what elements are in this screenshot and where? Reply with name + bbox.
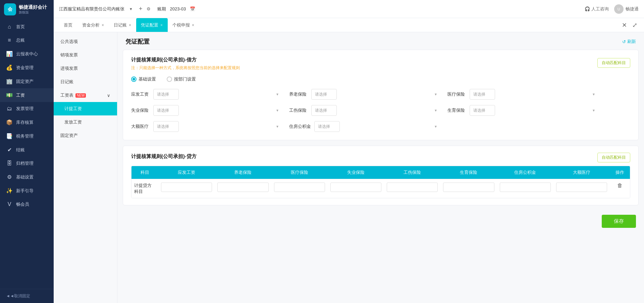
tab-voucher-close[interactable]: ×	[160, 23, 163, 28]
medical-label: 医疗保险	[447, 91, 466, 97]
sidebar-item-funds[interactable]: 💰 资金管理	[0, 61, 54, 74]
calendar-icon[interactable]: 📅	[190, 6, 195, 11]
tab-home[interactable]: 首页	[59, 18, 77, 32]
workinjury-select[interactable]: 请选择	[311, 105, 337, 116]
tab-funds-close[interactable]: ×	[102, 23, 104, 28]
left-item-sales-label: 销项发票	[60, 52, 78, 58]
sidebar-item-guide[interactable]: ✨ 新手引导	[0, 184, 54, 198]
tabbar-actions: ✕ ⤢	[621, 21, 639, 29]
company-name: 江西服宝精品有限责任公司内账张	[59, 6, 124, 12]
sidebar-item-tax[interactable]: 📑 税务管理	[0, 129, 54, 143]
inventory-icon: 📦	[6, 119, 13, 125]
left-item-public-label: 公共选项	[60, 39, 78, 45]
unemployment-select[interactable]: 请选择	[153, 105, 179, 116]
auto-match-credit-button[interactable]: 自动匹配科目	[597, 153, 630, 162]
radio-dept[interactable]: 按部门设置	[167, 76, 196, 82]
pension-select[interactable]: 请选择	[311, 89, 337, 100]
sidebar-item-home[interactable]: ⌂ 首页	[0, 20, 54, 34]
refresh-label: 刷新	[627, 39, 636, 45]
maternity-select[interactable]: 请选择	[470, 105, 495, 116]
tab-journal[interactable]: 日记账 ×	[109, 18, 136, 32]
td-medical-input	[271, 179, 328, 198]
tab-journal-close[interactable]: ×	[129, 23, 131, 28]
sidebar-item-reports[interactable]: 📊 云报表中心	[0, 47, 54, 61]
left-item-pay-salary-label: 发放工资	[64, 119, 82, 125]
credit-housing-input[interactable]	[500, 183, 551, 192]
company-dropdown-icon[interactable]: ▾	[130, 6, 132, 11]
sidebar-item-settle[interactable]: ✔ 结账	[0, 143, 54, 157]
sidebar-item-label: 畅会员	[16, 201, 29, 207]
left-item-purchase[interactable]: 进项发票	[54, 62, 117, 75]
tab-tax-label: 个税申报	[172, 22, 190, 28]
close-all-tabs-button[interactable]: ✕	[621, 21, 628, 29]
sidebar-item-archive[interactable]: 🗄 归档管理	[0, 157, 54, 170]
auto-match-debit-button[interactable]: 自动匹配科目	[597, 58, 630, 68]
topbar: 江西服宝精品有限责任公司内账张 ▾ + ⚙ 账期 2023-03 📅 🎧 人工咨…	[54, 0, 644, 18]
sidebar-item-invoice[interactable]: 🗂 发票管理	[0, 102, 54, 115]
sidebar-item-salary[interactable]: 💵 工资	[0, 88, 54, 102]
tab-funds-label: 资金分析	[82, 22, 100, 28]
credit-unemployment-input[interactable]	[330, 183, 381, 192]
th-bigmedical: 大额医疗	[553, 166, 610, 179]
sidebar-item-ledger[interactable]: ≡ 总账	[0, 34, 54, 47]
sidebar-item-vip[interactable]: V 畅会员	[0, 198, 54, 211]
main-content: 凭证配置 ↺ 刷新 计提核算规则(公司承担)-借方 注：只能选择一种方式，系统将…	[117, 32, 644, 303]
credit-medical-input[interactable]	[274, 183, 325, 192]
settings-icon[interactable]: ⚙	[147, 6, 151, 11]
left-item-public[interactable]: 公共选项	[54, 35, 117, 48]
service-button[interactable]: 🎧 人工咨询	[585, 6, 609, 12]
period-value: 2023-03	[170, 6, 186, 11]
tabbar: 首页 资金分析 × 日记账 × 凭证配置 × 个税申报 × ✕ ⤢	[54, 18, 644, 32]
sidebar-item-label: 首页	[16, 24, 25, 30]
credit-maternity-input[interactable]	[443, 183, 494, 192]
medical-select[interactable]: 请选择	[470, 89, 495, 100]
save-button[interactable]: 保存	[602, 215, 636, 228]
topbar-right: 🎧 人工咨询 U 畅捷通	[585, 4, 639, 14]
delete-row-icon[interactable]: 🗑	[617, 183, 623, 188]
sidebar-item-basic[interactable]: ⚙ 基础设置	[0, 170, 54, 184]
tab-funds[interactable]: 资金分析 ×	[77, 18, 109, 32]
debit-card: 计提核算规则(公司承担)-借方 注：只能选择一种方式，系统将按照您当前的选择来配…	[123, 50, 639, 140]
credit-pension-input[interactable]	[217, 183, 268, 192]
new-badge: NEW	[75, 93, 86, 98]
salary-select[interactable]: 请选择	[153, 89, 179, 100]
assets-icon: 🏢	[6, 78, 13, 85]
th-housing: 住房公积金	[497, 166, 553, 179]
page-header: 凭证配置 ↺ 刷新	[117, 32, 644, 50]
sidebar-item-inventory[interactable]: 📦 库存核算	[0, 115, 54, 129]
left-item-calc-salary[interactable]: 计提工资	[54, 102, 117, 115]
debit-card-note: 注：只能选择一种方式，系统将按照您当前的选择来配置规则	[131, 65, 597, 71]
left-item-salary-table[interactable]: 工资表 NEW ∨	[54, 89, 117, 102]
credit-bigmedical-input[interactable]	[556, 183, 607, 192]
field-bigmedical: 大额医疗 请选择	[131, 121, 281, 132]
bigmedical-select[interactable]: 请选择	[153, 121, 179, 132]
td-workinjury-input	[384, 179, 440, 198]
refresh-button[interactable]: ↺ 刷新	[622, 39, 636, 45]
tab-tax-close[interactable]: ×	[192, 23, 194, 28]
user-menu[interactable]: U 畅捷通	[614, 4, 639, 14]
credit-salary-input[interactable]	[161, 183, 212, 192]
sidebar-item-assets[interactable]: 🏢 固定资产	[0, 74, 54, 88]
field-housing: 住房公积金 请选择	[289, 121, 439, 132]
username: 畅捷通	[626, 6, 639, 12]
tab-voucher[interactable]: 凭证配置 ×	[136, 18, 168, 32]
settle-icon: ✔	[6, 147, 13, 153]
credit-workinjury-input[interactable]	[387, 183, 438, 192]
left-item-pay-salary[interactable]: 发放工资	[54, 115, 117, 129]
radio-basic[interactable]: 基础设置	[131, 76, 156, 82]
add-company-icon[interactable]: +	[139, 5, 143, 12]
expand-tabs-button[interactable]: ⤢	[631, 21, 639, 29]
tax-icon: 📑	[6, 133, 13, 139]
field-maternity: 生育保险 请选择	[447, 105, 597, 116]
pension-label: 养老保险	[289, 91, 308, 97]
housing-select[interactable]: 请选择	[314, 121, 340, 132]
left-item-calc-salary-label: 计提工资	[64, 106, 82, 112]
left-item-fixed-assets[interactable]: 固定资产	[54, 129, 117, 142]
sidebar-item-label: 资金管理	[16, 65, 34, 71]
tab-journal-label: 日记账	[114, 22, 127, 28]
sidebar-unpin[interactable]: ◄◄取消固定	[0, 289, 54, 303]
field-pension: 养老保险 请选择	[289, 89, 439, 100]
left-item-sales[interactable]: 销项发票	[54, 48, 117, 62]
left-item-journal[interactable]: 日记账	[54, 75, 117, 89]
tab-tax[interactable]: 个税申报 ×	[168, 18, 199, 32]
